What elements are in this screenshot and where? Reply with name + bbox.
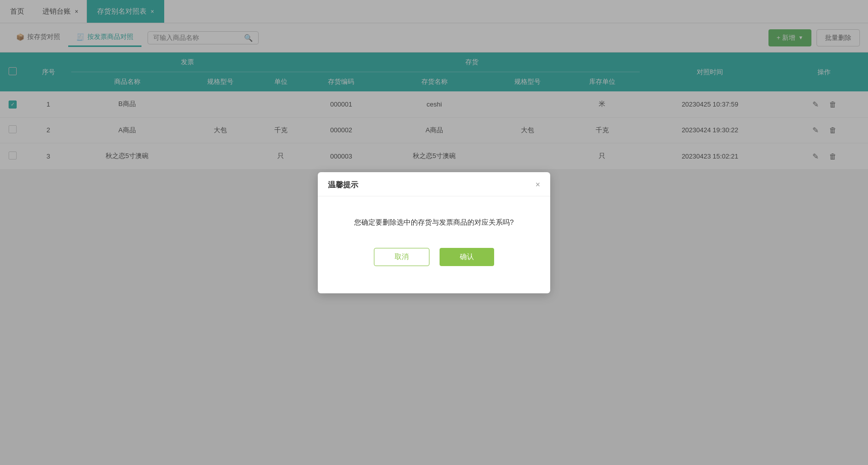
dialog-footer: 取消 确认: [318, 243, 550, 281]
confirm-dialog: 温馨提示 × 您确定要删除选中的存货与发票商品的对应关系吗? 取消 确认: [318, 172, 550, 293]
dialog-header: 温馨提示 ×: [318, 172, 550, 196]
modal-overlay: 温馨提示 × 您确定要删除选中的存货与发票商品的对应关系吗? 取消 确认: [0, 0, 868, 465]
cancel-label: 取消: [395, 252, 409, 261]
dialog-title: 温馨提示: [328, 180, 358, 190]
confirm-button[interactable]: 确认: [440, 248, 494, 266]
cancel-button[interactable]: 取消: [374, 248, 429, 266]
dialog-close-icon[interactable]: ×: [536, 181, 540, 189]
dialog-message: 您确定要删除选中的存货与发票商品的对应关系吗?: [354, 218, 514, 226]
dialog-body: 您确定要删除选中的存货与发票商品的对应关系吗?: [318, 196, 550, 243]
confirm-label: 确认: [460, 252, 474, 261]
